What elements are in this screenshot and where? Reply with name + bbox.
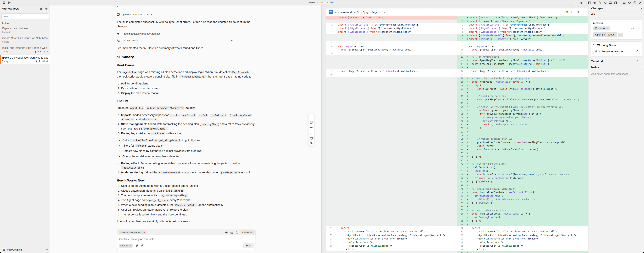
workspace-item[interactable]: Create Good First Issues on Github So p6…	[0, 35, 50, 45]
divider	[310, 119, 313, 119]
diff-row: 17 </div>	[326, 248, 457, 251]
git-compare-icon[interactable]	[310, 142, 313, 144]
diff-z-icon[interactable]	[310, 121, 313, 124]
floating-toolbar	[308, 113, 314, 146]
notes-label: Notes	[591, 66, 599, 69]
diff-row: 39+ }	[457, 152, 588, 155]
dots-icon[interactable]	[310, 115, 312, 117]
diff-row: 13 <AgentHeader sidebarOpen={sidebarOpen…	[326, 234, 457, 237]
diff-row: 1+import { useState, useEffect, useRef, …	[457, 16, 588, 20]
menu-icon[interactable]	[623, 1, 626, 4]
diff-row	[326, 173, 457, 176]
working-branch-input[interactable]: vk/3ccf-explore-the-code	[593, 48, 640, 54]
window-title: vk/3ccf-explore-the-code	[0, 1, 644, 4]
panel-left-icon[interactable]	[588, 1, 591, 4]
play-icon[interactable]	[310, 132, 313, 135]
list-item: Display the plan review modal	[121, 91, 256, 95]
chevrons-up-icon[interactable]	[579, 1, 582, 4]
git-section-header[interactable]: Git	[589, 12, 644, 18]
tool-call-row[interactable]: Read medusa/src/pages/Agent.tsx	[117, 32, 256, 35]
pen-icon[interactable]	[141, 244, 144, 247]
diff-row: 57+ setPendingPlan(null);	[457, 216, 588, 219]
working-branch-value: vk/3ccf-explore-the-code	[595, 50, 635, 53]
diff-row: 15 <ChatInterface />	[326, 240, 457, 244]
split-view-icon[interactable]	[576, 11, 579, 14]
diff-row: 22+	[457, 91, 588, 94]
megaphone-icon[interactable]	[628, 1, 631, 4]
git-compare-icon[interactable]	[598, 1, 602, 4]
diff-row	[326, 130, 457, 134]
files-changed-chip[interactable]: 2 files changed +61 -3	[119, 230, 146, 234]
diff-row: 17	[457, 73, 588, 76]
diff-row: 12+ // Plan review state	[457, 55, 588, 59]
branch-dropdown[interactable]: master	[593, 26, 610, 30]
diff-row: 31+ break; // Only open one at a time	[457, 123, 588, 126]
layers-icon[interactable]	[40, 7, 42, 10]
notes-section-header[interactable]: Notes	[589, 64, 644, 70]
diff-row	[326, 94, 457, 98]
diff-row: 42+ // Poll for pending plans	[457, 162, 588, 166]
chat-icon[interactable]	[593, 1, 596, 4]
monitor-icon[interactable]	[609, 1, 612, 4]
collapsed-triangle-icon	[640, 8, 642, 9]
diff-row: 55+ // Handle plan modal close	[457, 208, 588, 212]
open-pull-request-button[interactable]: Open pull request	[593, 32, 617, 37]
chevron-down-icon	[606, 28, 609, 30]
search-input[interactable]	[2, 14, 49, 19]
diff-row	[326, 109, 457, 112]
gear-icon[interactable]	[638, 1, 642, 4]
list-item: Filters for Pending status plans	[122, 144, 256, 148]
inline-code: PlanItem	[121, 118, 134, 121]
diff-row: 46+ return () => clearInterval(interval)…	[457, 176, 588, 180]
diff-row	[326, 37, 457, 41]
monitor-icon[interactable]	[310, 137, 313, 140]
chevron-down-icon[interactable]	[230, 39, 233, 42]
todos-status-button[interactable]	[230, 231, 233, 234]
notes-placeholder[interactable]: Add notes about this workspace...	[589, 70, 644, 78]
inline-code: ~/.medusa/pending/	[179, 75, 207, 78]
edit-icon[interactable]	[635, 50, 638, 53]
view-archive-row[interactable]: View Archive 0	[0, 246, 50, 253]
diff-additions: +59	[564, 11, 568, 14]
diff-row	[326, 91, 457, 94]
expand-icon[interactable]	[636, 60, 638, 62]
diff-row: 19+ const loadPlans = useCallback(async …	[457, 80, 588, 84]
send-button[interactable]: Send	[243, 243, 254, 248]
add-workspace-icon[interactable]	[45, 7, 48, 10]
diff-row: 64 <ChatInterface />	[457, 240, 588, 244]
terminal-icon[interactable]	[604, 1, 607, 4]
workspace-item[interactable]: Install and integrate Vibe Kanban Web C7…	[0, 45, 50, 54]
app-window: vk/3ccf-explore-the-code Workspaces Acti…	[0, 0, 644, 253]
model-dropdown[interactable]: Default	[119, 244, 133, 248]
terminal-section-header[interactable]: Terminal	[589, 58, 644, 64]
help-icon[interactable]	[633, 1, 636, 4]
copy-icon[interactable]	[310, 126, 313, 128]
git-menu-button[interactable]: ···	[637, 27, 640, 30]
collapse-file-icon[interactable]	[583, 11, 586, 14]
inline-code: previousPlanIdsRef	[140, 127, 168, 130]
latest-dropdown[interactable]: Latest	[241, 230, 254, 234]
tool-call-row[interactable]: npm run build 2>&1 | tail -80	[117, 13, 256, 16]
additions-count: +61	[138, 231, 142, 234]
diff-row	[326, 208, 457, 212]
pause-icon[interactable]	[574, 1, 577, 4]
divider	[310, 130, 313, 130]
inline-code: pendingPlan	[220, 171, 238, 174]
list-item: Polling logic: Added a loadPlans callbac…	[121, 131, 256, 135]
sparkle-icon[interactable]	[225, 231, 228, 234]
inline-code: useEffect	[181, 114, 196, 117]
diff-row: 6const Agent = () => {	[326, 44, 457, 48]
workspace-item[interactable]: Explore the codebase I want you to exp7h…	[0, 54, 50, 64]
diff-row: 6+import { PlanReviewModal } from "@/com…	[457, 34, 588, 37]
panel-right-icon[interactable]	[614, 1, 617, 4]
workspace-item[interactable]: Explore the codebase35m ago	[0, 25, 50, 35]
diff-row	[326, 194, 457, 198]
diff-row	[326, 55, 457, 59]
pr-options-button[interactable]	[618, 33, 623, 37]
changes-section-header[interactable]: Changes	[589, 6, 644, 12]
attach-icon[interactable]	[135, 244, 138, 247]
tool-call-row[interactable]: Updated Todos	[117, 39, 233, 42]
message-input[interactable]	[117, 235, 256, 242]
diff-file-header[interactable]: TS /medusa/medusa/src/pages/Agent.tsx +5…	[326, 8, 588, 16]
diff-row	[326, 123, 457, 126]
